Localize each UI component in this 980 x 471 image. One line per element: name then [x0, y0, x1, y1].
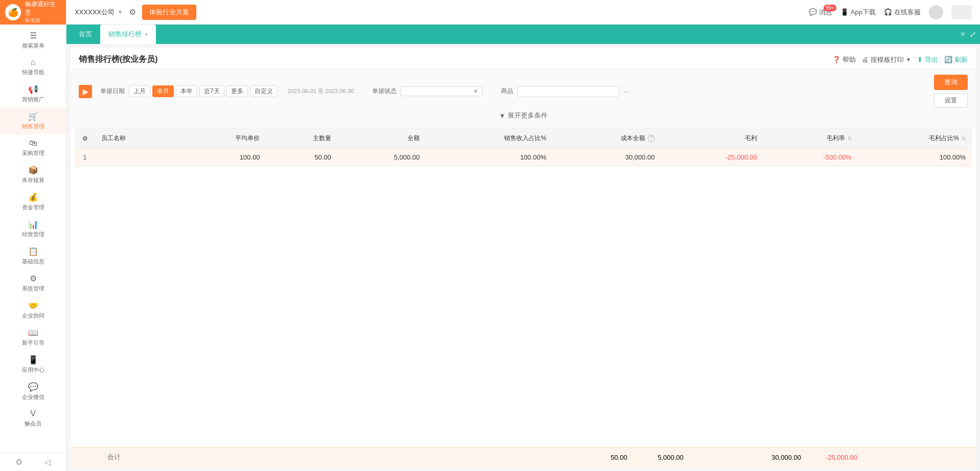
- date-filter-buttons: 上月 本月 本年 近7天 更多 自定义: [129, 85, 278, 97]
- footer-label-area: 合计: [81, 453, 224, 462]
- print-icon: 🖨: [862, 56, 869, 63]
- company-selector[interactable]: XXXXXX公司 ▼: [75, 8, 123, 17]
- help-icon: ❓: [832, 56, 840, 63]
- more-options-icon[interactable]: ···: [624, 87, 630, 96]
- settings-footer-icon[interactable]: ⚙: [15, 457, 22, 467]
- sidebar-item-7[interactable]: 📊 经营管理: [0, 215, 66, 242]
- topbar-settings-icon[interactable]: ⚙: [129, 7, 136, 17]
- date-range-text: 2023-06-01 至 2023-06-30: [288, 87, 354, 95]
- tab-sales-rank[interactable]: 销售排行榜 ×: [100, 25, 156, 44]
- sidebar-label-4: 采购管理: [22, 149, 44, 157]
- user-name-block: [951, 5, 972, 19]
- sidebar-item-5[interactable]: 📦 库存核算: [0, 161, 66, 188]
- footer-label: 合计: [107, 453, 121, 462]
- filter-area: ▶ 单据日期 上月 本月 本年 近7天 更多 自定义: [71, 70, 976, 129]
- sidebar-label-1: 快捷导航: [22, 69, 44, 76]
- gross-pct-sort-icon[interactable]: ⇅: [962, 136, 966, 141]
- sidebar-item-14[interactable]: V 畅会员: [0, 405, 66, 432]
- goods-filter-item: 商品 ···: [501, 86, 630, 97]
- query-button[interactable]: 查询: [934, 75, 968, 90]
- sidebar-item-10[interactable]: 🤝 企业协同: [0, 297, 66, 324]
- sidebar-item-1[interactable]: ⌂ 快捷导航: [0, 54, 66, 80]
- sidebar-item-13[interactable]: 💬 企业微信: [0, 378, 66, 405]
- message-action[interactable]: 💬 消息 99+: [809, 8, 832, 17]
- date-btn-current-month[interactable]: 本月: [152, 85, 174, 97]
- data-table: ⚙ 员工名称 平均单价 主数量 全额 销售收入占比% 成本全额 ? 毛利: [75, 129, 972, 167]
- print-button[interactable]: 🖨 按模板打印 ▼: [862, 55, 911, 64]
- date-filter-label: 单据日期: [100, 87, 125, 96]
- trial-button[interactable]: 体验行业方案: [142, 5, 196, 20]
- footer-values: 50.00 5,000.00 30,000.00 -25,000.00: [224, 454, 966, 461]
- refresh-icon: 🔄: [944, 56, 952, 63]
- date-btn-prev-month[interactable]: 上月: [129, 85, 150, 97]
- date-btn-custom[interactable]: 自定义: [250, 85, 278, 97]
- message-badge: 99+: [824, 5, 836, 11]
- expand-more-label: 展开更多条件: [508, 111, 548, 120]
- date-btn-7days[interactable]: 近7天: [199, 85, 224, 97]
- page-title: 销售排行榜(按业务员): [79, 54, 158, 65]
- sidebar-item-0[interactable]: ☰ 搜索菜单: [0, 27, 66, 54]
- sidebar-item-9[interactable]: ⚙ 系统管理: [0, 270, 66, 297]
- sidebar-label-7: 经营管理: [22, 231, 44, 238]
- sidebar-item-8[interactable]: 📋 基础信息: [0, 242, 66, 270]
- goods-filter-input[interactable]: [517, 86, 620, 97]
- sidebar-item-2[interactable]: 📢 营销推广: [0, 80, 66, 107]
- sidebar-item-6[interactable]: 💰 资金管理: [0, 188, 66, 215]
- tab-close-icon[interactable]: ×: [145, 31, 148, 37]
- app-download-action[interactable]: 📱 App下载: [840, 8, 876, 17]
- sidebar-icon-4: 🛍: [29, 139, 37, 148]
- col-gross-pct: 毛利占比% ⇅: [858, 129, 972, 148]
- cell-qty-0: 50.00: [266, 148, 337, 167]
- cell-gross-rate-0: -500.00%: [763, 148, 858, 167]
- app-download-label: App下载: [851, 8, 876, 17]
- gross-rate-sort-icon[interactable]: ⇅: [848, 136, 852, 141]
- cost-info-icon[interactable]: ?: [648, 135, 655, 142]
- expand-more-chevron-icon: ▼: [499, 112, 506, 120]
- sidebar-label-12: 应用中心: [22, 366, 44, 374]
- print-label: 按模板打印: [871, 55, 904, 64]
- online-support-action[interactable]: 🎧 在线客服: [884, 8, 921, 17]
- refresh-button[interactable]: 🔄 刷新: [944, 55, 968, 64]
- tab-home[interactable]: 首页: [71, 25, 100, 44]
- col-cost: 成本全额 ?: [553, 129, 661, 148]
- cell-avg-price-0: 100.00: [180, 148, 266, 167]
- filter-toggle-icon[interactable]: ▶: [79, 85, 92, 98]
- cell-gross-pct-0: 100.00%: [858, 148, 972, 167]
- collapse-sidebar-icon[interactable]: ◁: [44, 457, 51, 467]
- tabbar-close-icon[interactable]: ×: [961, 30, 965, 39]
- sidebar-icon-2: 📢: [28, 84, 38, 94]
- sidebar-item-11[interactable]: 📖 新手引导: [0, 324, 66, 351]
- sidebar-item-4[interactable]: 🛍 采购管理: [0, 134, 66, 161]
- company-chevron-icon: ▼: [118, 9, 123, 15]
- sidebar-label-0: 搜索菜单: [22, 42, 44, 50]
- status-select-chevron-icon: ▼: [473, 88, 478, 94]
- logo-name: 畅康通好生意: [25, 1, 61, 16]
- logo-icon: 🍊: [5, 4, 21, 20]
- sidebar-item-12[interactable]: 📱 应用中心: [0, 351, 66, 378]
- cell-gross-0: -25,000.00: [661, 148, 763, 167]
- sidebar-footer: ⚙ ◁: [0, 453, 66, 471]
- sidebar-icon-12: 📱: [28, 355, 38, 365]
- col-settings-icon[interactable]: ⚙: [75, 129, 95, 148]
- status-filter-item: 单据状态 ▼: [372, 86, 483, 96]
- sidebar-item-3[interactable]: 🛒 销售管理: [0, 107, 66, 134]
- avatar[interactable]: [929, 5, 943, 19]
- col-amount: 全额: [337, 129, 426, 148]
- col-qty: 主数量: [266, 129, 337, 148]
- export-button[interactable]: ⬆ 导出: [917, 55, 938, 64]
- table-row: 1 100.00 50.00 5,000.00 100.00% 30,000.0…: [75, 148, 972, 167]
- page-header: 销售排行榜(按业务员) ❓ 帮助 🖨 按模板打印 ▼ ⬆ 导出: [71, 48, 976, 70]
- expand-more-button[interactable]: ▼ 展开更多条件: [79, 108, 968, 123]
- topbar-right: 💬 消息 99+ 📱 App下载 🎧 在线客服: [809, 5, 972, 19]
- date-btn-current-year[interactable]: 本年: [176, 85, 197, 97]
- status-select[interactable]: ▼: [401, 86, 483, 96]
- cell-sales-pct-0: 100.00%: [426, 148, 553, 167]
- help-button[interactable]: ❓ 帮助: [832, 55, 856, 64]
- tabbar-expand-icon[interactable]: ⤢: [969, 30, 976, 39]
- date-btn-more[interactable]: 更多: [226, 85, 248, 97]
- sidebar-icon-9: ⚙: [30, 274, 37, 283]
- set-button[interactable]: 设置: [934, 93, 968, 108]
- logo-text-block: 畅康通好生意 标准版: [25, 1, 61, 24]
- sidebar: 🍊 畅康通好生意 标准版 ☰ 搜索菜单 ⌂ 快捷导航 📢 营销推广 🛒 销售管理…: [0, 0, 66, 471]
- sidebar-label-11: 新手引导: [22, 339, 44, 347]
